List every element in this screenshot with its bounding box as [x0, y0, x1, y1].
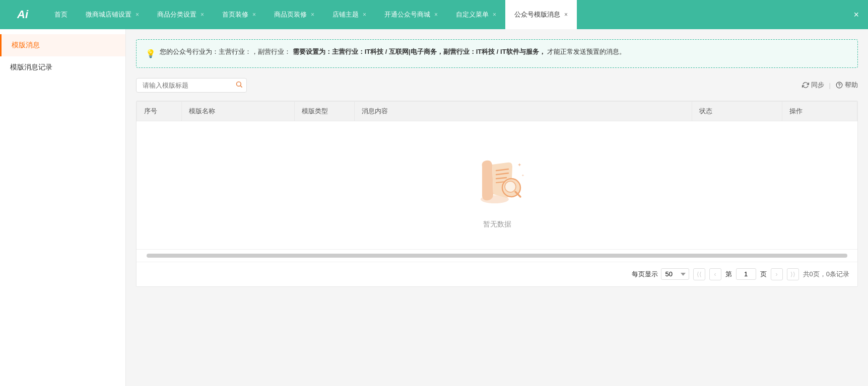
nav-item-close[interactable]: ×: [252, 11, 256, 18]
svg-line-1: [240, 86, 242, 88]
page-size-label: 每页显示: [632, 270, 658, 279]
table-header: 序号模版名称模版类型消息内容状态操作: [137, 101, 857, 121]
table-header-cell: 消息内容: [354, 101, 692, 121]
nav-item-label: 微商城店铺设置: [86, 10, 131, 19]
search-button[interactable]: [235, 81, 243, 90]
nav-item-label: 自定义菜单: [456, 10, 489, 19]
notice-suffix: 才能正常发送预置的消息。: [547, 48, 626, 55]
sync-button[interactable]: 同步: [802, 81, 824, 90]
nav-item[interactable]: 公众号模版消息×: [505, 0, 577, 29]
help-button[interactable]: 帮助: [836, 81, 858, 90]
svg-text:✦: ✦: [521, 174, 524, 177]
nav-item-label: 首页装修: [222, 10, 248, 19]
svg-text:✦: ✦: [517, 162, 521, 168]
prev-page-button[interactable]: ‹: [709, 268, 721, 280]
nav-item-close[interactable]: ×: [493, 11, 496, 18]
nav-item-label: 公众号模版消息: [514, 10, 560, 19]
sidebar-item[interactable]: 模版消息记录: [0, 56, 125, 79]
nav-item[interactable]: 自定义菜单×: [447, 0, 505, 29]
logo: Ai: [0, 0, 45, 29]
nav-item-label: 商品分类设置: [157, 10, 196, 19]
table-header-cell: 操作: [782, 101, 857, 121]
nav-item-close[interactable]: ×: [434, 11, 438, 18]
page-input[interactable]: [736, 268, 756, 280]
nav-item-label: 商品页装修: [274, 10, 307, 19]
search-right: 同步 | 帮助: [802, 81, 858, 90]
table-header-cell: 模版名称: [182, 101, 294, 121]
nav-item[interactable]: 首页装修×: [213, 0, 265, 29]
notice-text: 您的公众号行业为：主营行业：，副营行业： 需要设置为：主营行业：IT科技 / 互…: [160, 47, 848, 57]
first-page-button[interactable]: ⟨⟨: [693, 268, 705, 280]
page-size-select[interactable]: 102050100: [661, 268, 689, 280]
toolbar-divider: |: [829, 82, 831, 89]
notice-prefix: 您的公众号行业为：主营行业：，副营行业：: [160, 48, 291, 55]
notice-highlight: 需要设置为：主营行业：IT科技 / 互联网|电子商务，副营行业：IT科技 / I…: [293, 48, 546, 55]
fake-scrollbar[interactable]: [147, 254, 847, 258]
nav-item-close[interactable]: ×: [564, 11, 568, 18]
page-unit: 页: [760, 270, 767, 279]
close-all-button[interactable]: ×: [844, 0, 868, 29]
current-page-label: 第: [725, 270, 732, 279]
search-input-wrap: [136, 78, 247, 93]
nav-item[interactable]: 微商城店铺设置×: [77, 0, 148, 29]
nav-item-label: 首页: [54, 10, 68, 19]
nav-item[interactable]: 商品分类设置×: [148, 0, 213, 29]
nav-item-close[interactable]: ×: [311, 11, 314, 18]
svg-point-10: [505, 181, 516, 192]
scrollbar-area: [137, 249, 857, 262]
table-header-cell: 状态: [692, 101, 782, 121]
nav-item-close[interactable]: ×: [363, 11, 366, 18]
table-header-cell: 序号: [137, 101, 182, 121]
empty-text: 暂无数据: [483, 220, 511, 229]
nav-item[interactable]: 店铺主题×: [323, 0, 375, 29]
total-info: 共0页，0条记录: [803, 270, 849, 279]
sync-label: 同步: [811, 81, 824, 90]
next-page-button[interactable]: ›: [771, 268, 783, 280]
sidebar-items: 模版消息模版消息记录: [0, 34, 125, 79]
empty-state: ✦ ✦ 暂无数据: [137, 121, 857, 249]
help-label: 帮助: [845, 81, 858, 90]
nav-items: 首页微商城店铺设置×商品分类设置×首页装修×商品页装修×店铺主题×开通公众号商城…: [45, 0, 844, 29]
table-header-row: 序号模版名称模版类型消息内容状态操作: [137, 101, 857, 121]
pagination-bar: 每页显示 102050100 ⟨⟨ ‹ 第 页 › ⟩⟩ 共0页，0条记录: [137, 262, 857, 286]
nav-item[interactable]: 首页: [45, 0, 77, 29]
search-left: [136, 78, 247, 93]
table-header-cell: 模版类型: [294, 101, 354, 121]
last-page-button[interactable]: ⟩⟩: [787, 268, 799, 280]
content-area: 💡 您的公众号行业为：主营行业：，副营行业： 需要设置为：主营行业：IT科技 /…: [126, 29, 868, 386]
nav-item[interactable]: 开通公众号商城×: [375, 0, 447, 29]
notice-icon: 💡: [146, 47, 156, 60]
main-layout: 模版消息模版消息记录 💡 您的公众号行业为：主营行业：，副营行业： 需要设置为：…: [0, 29, 868, 386]
page-size-wrap: 每页显示 102050100: [632, 268, 689, 280]
table-container: 序号模版名称模版类型消息内容状态操作: [136, 101, 858, 287]
notice-box: 💡 您的公众号行业为：主营行业：，副营行业： 需要设置为：主营行业：IT科技 /…: [136, 39, 858, 68]
data-table: 序号模版名称模版类型消息内容状态操作: [137, 101, 857, 121]
sidebar: 模版消息模版消息记录: [0, 29, 126, 386]
nav-item-close[interactable]: ×: [136, 11, 139, 18]
nav-item-label: 开通公众号商城: [384, 10, 430, 19]
top-nav: Ai 首页微商城店铺设置×商品分类设置×首页装修×商品页装修×店铺主题×开通公众…: [0, 0, 868, 29]
empty-illustration: ✦ ✦: [467, 151, 527, 212]
search-bar: 同步 | 帮助: [136, 78, 858, 93]
nav-item[interactable]: 商品页装修×: [265, 0, 323, 29]
sidebar-item[interactable]: 模版消息: [0, 34, 125, 56]
search-input[interactable]: [136, 78, 247, 93]
nav-item-label: 店铺主题: [332, 10, 359, 19]
nav-item-close[interactable]: ×: [201, 11, 204, 18]
